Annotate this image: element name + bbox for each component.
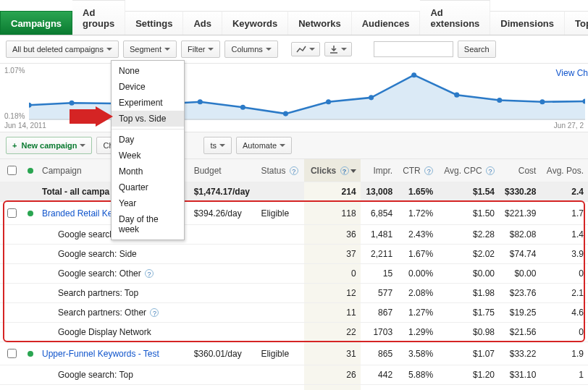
- pos-cell: 0: [540, 264, 588, 284]
- impr-cell: 577: [361, 284, 398, 303]
- segment-option-month[interactable]: Month: [112, 164, 184, 179]
- column-header-ctr[interactable]: CTR ?: [397, 159, 437, 182]
- select-all-header: [0, 159, 23, 182]
- column-header-impr-[interactable]: Impr.: [361, 159, 398, 182]
- y-axis-bottom-label: 0.18%: [4, 112, 25, 120]
- campaign-name-cell[interactable]: Upper-Funnel Keywords - Test: [38, 342, 190, 365]
- cost-cell: $33.22: [499, 342, 540, 365]
- column-header-budget[interactable]: Budget: [190, 159, 257, 182]
- cost-cell: $221.39: [499, 202, 540, 225]
- download-button[interactable]: [324, 42, 352, 56]
- segment-option-day[interactable]: Day: [112, 132, 184, 148]
- clicks-cell: 214: [304, 182, 360, 202]
- clicks-cell: 36: [304, 225, 360, 245]
- column-header-status[interactable]: Status ?: [256, 159, 304, 182]
- segment-dropdown-menu: NoneDeviceExperimentTop vs. SideDayWeekM…: [111, 60, 185, 240]
- columns-dropdown-button[interactable]: Columns: [224, 41, 277, 58]
- filter-label: Filter: [188, 44, 205, 54]
- search-button[interactable]: Search: [458, 41, 496, 58]
- tab-campaigns[interactable]: Campaigns: [0, 11, 72, 35]
- row-checkbox[interactable]: [7, 208, 17, 218]
- segment-option-experiment[interactable]: Experiment: [112, 95, 184, 111]
- segment-option-week[interactable]: Week: [112, 148, 184, 164]
- tab-ad-groups[interactable]: Ad groups: [72, 0, 125, 35]
- segment-dropdown-button[interactable]: Segment: [123, 41, 177, 58]
- impr-cell: 15: [361, 264, 398, 284]
- ctr-cell: 1.72%: [397, 202, 437, 225]
- column-header-avg-cpc[interactable]: Avg. CPC ?: [437, 159, 499, 182]
- segment-option-device[interactable]: Device: [112, 79, 184, 95]
- performance-chart: 1.07% 0.18% Jun 14, 2011 Jun 27, 2 View …: [0, 64, 588, 132]
- new-campaign-button[interactable]: + New campaign: [6, 137, 92, 154]
- tab-keywords[interactable]: Keywords: [222, 11, 288, 35]
- new-campaign-label: New campaign: [21, 140, 77, 151]
- svg-point-10: [411, 72, 416, 77]
- campaign-link[interactable]: Upper-Funnel Keywords - Test: [42, 349, 159, 359]
- x-axis-left-label: Jun 14, 2011: [4, 122, 46, 130]
- cpc-cell: $1.54: [437, 182, 499, 202]
- chart-toggle-button[interactable]: [291, 42, 320, 56]
- segment-option-quarter[interactable]: Quarter: [112, 179, 184, 195]
- segment-option-year[interactable]: Year: [112, 195, 184, 211]
- table-segment-row: Google Display Network2217031.29%$0.98$2…: [0, 323, 588, 342]
- segment-option-none[interactable]: None: [112, 63, 184, 79]
- alerts-button[interactable]: ts: [203, 137, 232, 154]
- tab-dimensions[interactable]: Dimensions: [490, 11, 565, 35]
- chevron-down-icon: [106, 48, 112, 51]
- status-dot-cell: [23, 264, 38, 284]
- campaign-scope-dropdown[interactable]: All but deleted campaigns: [6, 41, 119, 58]
- tab-topics[interactable]: Topics: [565, 11, 588, 35]
- clicks-cell: 118: [304, 202, 360, 225]
- ctr-cell: 2.08%: [397, 284, 437, 303]
- column-header-cost[interactable]: Cost: [499, 159, 540, 182]
- help-icon[interactable]: ?: [424, 166, 433, 175]
- status-dot-cell: [23, 385, 38, 391]
- clicks-cell: 0: [304, 264, 360, 284]
- table-campaign-row: Upper-Funnel Keywords - Test$360.01/dayE…: [0, 342, 588, 365]
- status-dot-icon: [28, 168, 33, 174]
- budget-cell: $394.26/day: [190, 202, 257, 225]
- cpc-cell: $0.00: [437, 385, 499, 391]
- campaign-name-cell: Google search: Side: [38, 245, 190, 264]
- status-cell: [256, 323, 304, 342]
- clicks-cell: 0: [304, 385, 360, 391]
- select-all-checkbox[interactable]: [7, 166, 17, 175]
- search-input[interactable]: [374, 41, 453, 57]
- line-chart-icon: [296, 45, 306, 54]
- status-dot-header: [23, 159, 38, 182]
- impr-cell: 1,481: [361, 225, 398, 245]
- campaign-name-cell: Search partners: Other ?: [38, 303, 190, 323]
- tab-networks[interactable]: Networks: [288, 11, 352, 35]
- checkbox-cell: [0, 264, 23, 284]
- help-icon[interactable]: ?: [340, 166, 349, 175]
- svg-point-12: [497, 98, 502, 103]
- segment-option-day-of-the-week[interactable]: Day of the week: [112, 211, 184, 237]
- svg-point-8: [326, 99, 331, 104]
- help-icon[interactable]: ?: [150, 308, 159, 317]
- campaigns-table-wrap: CampaignBudgetStatus ?Clicks ?Impr.CTR ?…: [0, 159, 588, 390]
- status-cell: [256, 182, 304, 202]
- segment-option-top-vs-side[interactable]: Top vs. Side: [112, 111, 184, 127]
- row-checkbox[interactable]: [7, 349, 17, 358]
- scope-label: All but deleted campaigns: [12, 44, 104, 54]
- status-cell: Eligible: [256, 202, 304, 225]
- filter-dropdown-button[interactable]: Filter: [181, 41, 220, 58]
- column-header-avg-pos-[interactable]: Avg. Pos.: [540, 159, 588, 182]
- help-icon[interactable]: ?: [145, 269, 154, 278]
- automate-button[interactable]: Automate: [236, 137, 292, 154]
- cost-cell: $31.10: [499, 365, 540, 385]
- tab-settings[interactable]: Settings: [125, 11, 183, 35]
- ctr-cell: 5.88%: [397, 365, 437, 385]
- status-dot-cell: [23, 365, 38, 385]
- impr-cell: 6,854: [361, 202, 398, 225]
- tab-ad-extensions[interactable]: Ad extensions: [420, 0, 490, 35]
- cost-cell: $82.08: [499, 225, 540, 245]
- tab-audiences[interactable]: Audiences: [352, 11, 421, 35]
- pos-cell: 1.9: [540, 342, 588, 365]
- svg-point-5: [198, 99, 203, 104]
- tab-ads[interactable]: Ads: [183, 11, 222, 35]
- chevron-down-icon: [80, 144, 85, 147]
- column-header-clicks[interactable]: Clicks ?: [304, 159, 360, 182]
- help-icon[interactable]: ?: [290, 166, 298, 175]
- help-icon[interactable]: ?: [486, 166, 495, 175]
